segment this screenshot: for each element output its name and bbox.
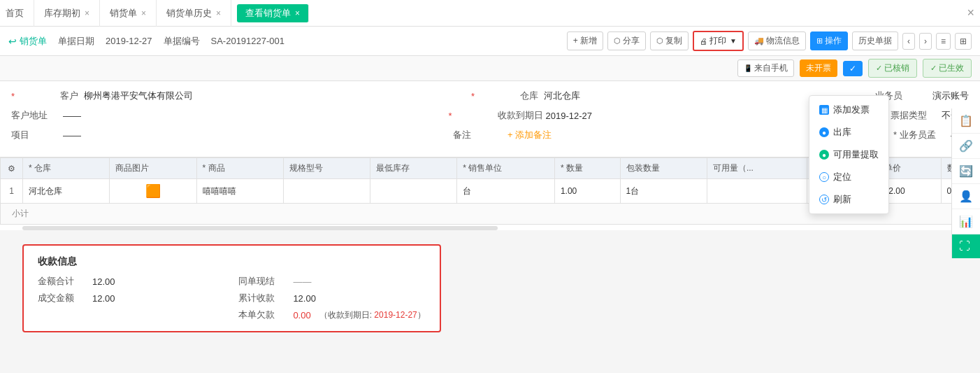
doc-info: 单据日期 2019-12-27 单据编号 SA-20191227-001 [58, 35, 284, 48]
tab-close-inventory[interactable]: × [85, 8, 89, 18]
warehouse-value: 河北仓库 [544, 90, 580, 102]
operations-button[interactable]: ⊞ 操作 [810, 31, 848, 50]
dropdown-menu: ▦ 添加发票 ● 出库 ● 可用量提取 ○ 定位 ↺ 刷新 [809, 95, 889, 214]
arrears-note: （收款到期日: 2019-12-27） [319, 309, 426, 321]
date-label: 单据日期 [58, 35, 94, 48]
employee-value: 演示账号 [932, 90, 969, 102]
table-product-header: * 商品 [196, 158, 283, 179]
note-field: 备注 + 添加备注 [453, 129, 839, 141]
dropdown-available-qty[interactable]: ● 可用量提取 [809, 143, 888, 166]
add-note-button[interactable]: + 添加备注 [507, 129, 552, 141]
number-value: SA-20191227-001 [211, 36, 285, 46]
row-num: 1 [1, 179, 23, 204]
number-label: 单据编号 [164, 35, 200, 48]
row-available [707, 179, 807, 204]
payment-info-section: 收款信息 金额合计 12.00 同单现结 —— 成交金额 12.00 累计收款 … [0, 230, 980, 346]
copy-button[interactable]: ⬡ 复制 [650, 31, 689, 50]
window-close-button[interactable]: × [967, 6, 974, 20]
customer-field: * 客户 柳州粤港平安气体有限公司 [11, 90, 415, 102]
payment-grid: 金额合计 12.00 同单现结 —— 成交金额 12.00 累计收款 12.00… [38, 275, 426, 321]
tab-bar: 首页 库存期初 × 销货单 × 销货单历史 × 查看销货单 × × [0, 0, 980, 27]
project-field: 项目 —— [11, 129, 397, 141]
staff-label-text: * 业务员孟 [893, 129, 942, 141]
history-button[interactable]: 历史单据 [852, 31, 898, 50]
doc-type-badge: ↩ 销货单 [8, 35, 47, 48]
row-warehouse: 河北仓库 [23, 179, 110, 204]
payment-title: 收款信息 [38, 255, 426, 268]
row-min-stock [370, 179, 457, 204]
same-order-value: —— [293, 276, 311, 287]
arrears-label: 本单欠款 [238, 309, 287, 321]
logistics-button[interactable]: 🚚 物流信息 [748, 31, 806, 50]
outbound-icon: ● [819, 127, 829, 137]
address-field: 客户地址 —— [11, 109, 393, 122]
arrears-value: 0.00 [293, 310, 310, 321]
dropdown-outbound[interactable]: ● 出库 [809, 121, 888, 143]
tab-close-history[interactable]: × [216, 8, 221, 18]
tab-inventory-open[interactable]: 库存期初 × [34, 0, 100, 27]
grid-view-button[interactable]: ⊞ [955, 33, 972, 50]
tab-close-view[interactable]: × [295, 8, 300, 18]
primary-toolbar: ↩ 销货单 单据日期 2019-12-27 单据编号 SA-20191227-0… [0, 27, 980, 56]
dropdown-refresh[interactable]: ↺ 刷新 [809, 188, 888, 211]
total-amount-value: 12.00 [92, 276, 115, 287]
print-button[interactable]: 🖨 打印 ▼ [693, 31, 744, 51]
payment-box: 收款信息 金额合计 12.00 同单现结 —— 成交金额 12.00 累计收款 … [22, 244, 441, 332]
sold-status-badge: ✓ 已核销 [868, 59, 917, 78]
warehouse-label-text: 仓库 [520, 90, 541, 102]
transaction-item: 成交金额 12.00 [38, 292, 224, 304]
address-value: —— [63, 111, 81, 121]
not-open-button[interactable]: 未开票 [800, 59, 837, 77]
new-button[interactable]: + 新增 [567, 31, 603, 50]
dropdown-locate[interactable]: ○ 定位 [809, 166, 888, 188]
table-image-header: 商品图片 [110, 158, 196, 179]
locate-icon: ○ [819, 172, 829, 182]
row-spec [283, 179, 370, 204]
share-button[interactable]: ⬡ 分享 [607, 31, 646, 50]
list-view-button[interactable]: ≡ [936, 33, 951, 50]
total-amount-label: 金额合计 [38, 275, 87, 288]
prev-button[interactable]: ‹ [902, 33, 915, 50]
warehouse-label: * [471, 91, 520, 101]
same-order-item: 同单现结 —— [238, 275, 425, 288]
tab-sales-order[interactable]: 销货单 × [100, 0, 157, 27]
add-invoice-icon: ▦ [819, 105, 829, 115]
row-unit: 台 [457, 179, 555, 204]
note-label: 备注 [453, 129, 502, 141]
right-icon-5[interactable]: 📊 [952, 209, 980, 234]
table-min-stock-header: 最低库存 [370, 158, 457, 179]
payment-date-label: * [449, 111, 498, 121]
table-pack-header: 包装数量 [620, 158, 707, 179]
payment-date-field: * 收款到期日 2019-12-27 [449, 109, 830, 122]
table-unit-header: * 销售单位 [457, 158, 555, 179]
right-icon-2[interactable]: 🔗 [952, 134, 980, 159]
table-warehouse-header: * 仓库 [23, 158, 110, 179]
tab-home[interactable]: 首页 [6, 0, 34, 27]
table-gear-header[interactable]: ⚙ [1, 158, 23, 179]
right-icon-fullscreen[interactable]: ⛶ [952, 234, 980, 258]
tab-close-sales[interactable]: × [141, 8, 146, 18]
dropdown-add-invoice[interactable]: ▦ 添加发票 [809, 99, 888, 121]
right-icon-1[interactable]: 📋 [952, 108, 980, 134]
secondary-toolbar: 📱 来自手机 未开票 ✓ ✓ 已核销 ✓ 已生效 [0, 56, 980, 81]
tab-sales-history[interactable]: 销货单历史 × [157, 0, 231, 27]
available-qty-icon: ● [819, 150, 829, 160]
cumulative-value: 12.00 [293, 293, 316, 304]
tab-view-sales[interactable]: 查看销货单 × [237, 4, 309, 22]
confirm-button[interactable]: ✓ [843, 61, 863, 76]
right-icon-3[interactable]: 🔄 [952, 159, 980, 184]
transaction-label: 成交金额 [38, 292, 87, 304]
total-amount-item: 金额合计 12.00 [38, 275, 224, 288]
refresh-icon: ↺ [819, 195, 829, 204]
address-label: 客户地址 [11, 109, 60, 122]
next-button[interactable]: › [919, 33, 932, 50]
arrears-item: 本单欠款 0.00 （收款到期日: 2019-12-27） [238, 309, 425, 321]
transaction-value: 12.00 [92, 293, 115, 304]
customer-label-text: 客户 [60, 90, 81, 102]
right-icon-4[interactable]: 👤 [952, 184, 980, 209]
from-phone-button[interactable]: 📱 来自手机 [737, 59, 794, 77]
row-pack-qty: 1台 [620, 179, 707, 204]
table-quantity-header: * 数量 [554, 158, 620, 179]
payment-date-value: 2019-12-27 [546, 111, 593, 121]
row-product: 嘻嘻嘻嘻 [196, 179, 283, 204]
